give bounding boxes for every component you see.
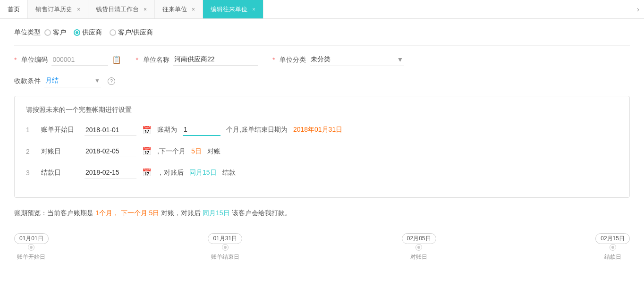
payment-row: 收款条件 月结 ▼ ? [14,75,630,87]
preview-prefix: 账期预览：当前客户账期是 [14,209,93,217]
preview-end: 同月15日 [203,209,230,217]
timeline-point-1: 01月31日 账单结束日 [208,233,242,261]
code-required-star: * [14,56,17,64]
timeline-dot-0 [28,244,34,251]
payment-suffix-num: 同月15日 [189,169,217,177]
payment-date-input[interactable] [85,167,136,178]
classify-arrow-icon: ▼ [397,56,404,63]
preview-suffix: 该客户会给我打款。 [232,209,291,217]
reconcile-suffix-post: 对账 [207,147,220,156]
unit-name-input[interactable] [173,54,258,66]
timeline-point-3: 02月15日 结款日 [595,233,630,261]
tab-overflow-arrow[interactable]: › [632,0,644,18]
radio-both-circle [110,29,116,36]
preview-middle3: 对账，对账后 [161,209,201,217]
radio-customer-label: 客户 [53,28,66,37]
payment-help-icon[interactable]: ? [108,77,115,85]
radio-customer-circle [44,29,51,36]
timeline-label-3: 结款日 [604,253,621,260]
period-end-date: 2018年01月31日 [293,126,342,134]
radio-supplier[interactable]: 供应商 [74,28,102,37]
radio-group: 客户 供应商 客户/供应商 [44,28,153,37]
timeline-badge-3: 02月15日 [595,233,630,244]
unit-type-field: 单位类型 客户 供应商 客户/供应商 [14,28,153,37]
row-label-2: 对账日 [41,147,79,156]
unit-type-row: 单位类型 客户 供应商 客户/供应商 [14,28,630,37]
setting-box-title: 请按照未来的一个完整帐期进行设置 [26,106,618,114]
tab-sales-history[interactable]: 销售订单历史 × [28,0,88,18]
close-partners[interactable]: × [192,6,195,13]
classify-dropdown[interactable]: 未分类 ▼ [310,53,404,66]
radio-customer[interactable]: 客户 [44,28,66,37]
timeline-point-2: 02月05日 对账日 [402,233,436,261]
setting-row-2: 2 对账日 📅 ,下一个月 5日 对账 [26,145,618,157]
period-unit-text: 个月,账单结束日期为 [226,126,288,134]
radio-both-label: 客户/供应商 [118,28,153,37]
unit-code-input[interactable] [51,54,108,66]
row-num-1: 1 [26,126,35,134]
row-num-2: 2 [26,148,35,155]
row-num-3: 3 [26,169,35,177]
preview-middle: 下一个月 [121,209,147,217]
unit-name-field: * 单位名称 [136,54,258,66]
setting-box: 请按照未来的一个完整帐期进行设置 1 账单开始日 📅 账期为 个月,账单结束日期… [14,96,630,198]
timeline-dot-3 [610,244,616,251]
payment-value: 月结 [45,76,92,85]
preview-middle2: 5日 [149,209,159,217]
close-edit-partner[interactable]: × [252,6,255,13]
row-label-1: 账单开始日 [41,126,79,134]
preview-period: 1个月， [95,209,119,217]
setting-row-3: 3 结款日 📅 ，对账后 同月15日 结款 [26,167,618,178]
unit-type-label: 单位类型 [14,28,41,37]
payment-label: 收款条件 [14,77,41,85]
timeline-label-2: 对账日 [410,253,427,260]
timeline-dot-1 [222,244,229,251]
tab-partners[interactable]: 往来单位 × [155,0,203,18]
main-content: 单位类型 客户 供应商 客户/供应商 * 单位编码 [0,19,644,287]
unit-code-label: 单位编码 [21,56,48,64]
timeline-badge-0: 01月01日 [14,233,49,244]
preview-section: 账期预览：当前客户账期是 1个月， 下一个月 5日 对账，对账后 同月15日 该… [14,207,630,219]
unit-name-label: 单位名称 [143,56,169,64]
timeline-label-0: 账单开始日 [17,253,45,260]
payment-dropdown-arrow: ▼ [94,77,100,84]
payment-dropdown[interactable]: 月结 ▼ [44,75,101,87]
timeline-dot-2 [415,244,422,251]
reconcile-suffix-num: 5日 [191,147,202,156]
payment-field: 收款条件 月结 ▼ ? [14,75,115,87]
radio-both[interactable]: 客户/供应商 [110,28,153,37]
timeline-points: 01月01日 账单开始日 01月31日 账单结束日 02月05日 [14,233,630,261]
unit-info-row: * 单位编码 📋 * 单位名称 * 单位分类 未分类 ▼ [14,53,630,66]
reconcile-suffix-pre: ,下一个月 [157,147,186,156]
unit-classify-label: 单位分类 [280,56,306,64]
tab-edit-partner[interactable]: 编辑往来单位 × [203,0,263,18]
timeline-label-1: 账单结束日 [211,253,239,260]
name-required-star: * [136,56,138,64]
timeline-point-0: 01月01日 账单开始日 [14,233,49,261]
tab-bar: 首页 销售订单历史 × 钱货日清工作台 × 往来单位 × 编辑往来单位 × › [0,0,644,19]
period-for-label: 账期为 [157,126,177,134]
setting-row-1: 1 账单开始日 📅 账期为 个月,账单结束日期为 2018年01月31日 [26,124,618,136]
tab-cash-work[interactable]: 钱货日清工作台 × [88,0,155,18]
radio-supplier-circle [74,29,80,36]
tab-home[interactable]: 首页 [0,0,28,18]
payment-suffix-post: 结款 [222,169,236,177]
close-cash-work[interactable]: × [144,6,147,13]
classify-value: 未分类 [311,55,397,64]
reconcile-date-input[interactable] [85,145,136,157]
timeline-badge-2: 02月05日 [402,233,436,244]
timeline: 01月01日 账单开始日 01月31日 账单结束日 02月05日 [14,228,630,275]
start-date-calendar-icon[interactable]: 📅 [142,126,152,135]
unit-code-field: * 单位编码 📋 [14,54,121,66]
timeline-badge-1: 01月31日 [208,233,242,244]
copy-icon[interactable]: 📋 [112,55,121,64]
start-date-input[interactable] [85,124,136,136]
radio-supplier-label: 供应商 [82,28,102,37]
row-label-3: 结款日 [41,169,79,177]
payment-suffix-pre: ，对账后 [157,169,184,177]
payment-date-calendar-icon[interactable]: 📅 [142,168,152,177]
classify-required-star: * [272,56,275,64]
period-value-input[interactable] [183,124,220,136]
reconcile-date-calendar-icon[interactable]: 📅 [142,147,152,156]
close-sales-history[interactable]: × [77,6,80,13]
